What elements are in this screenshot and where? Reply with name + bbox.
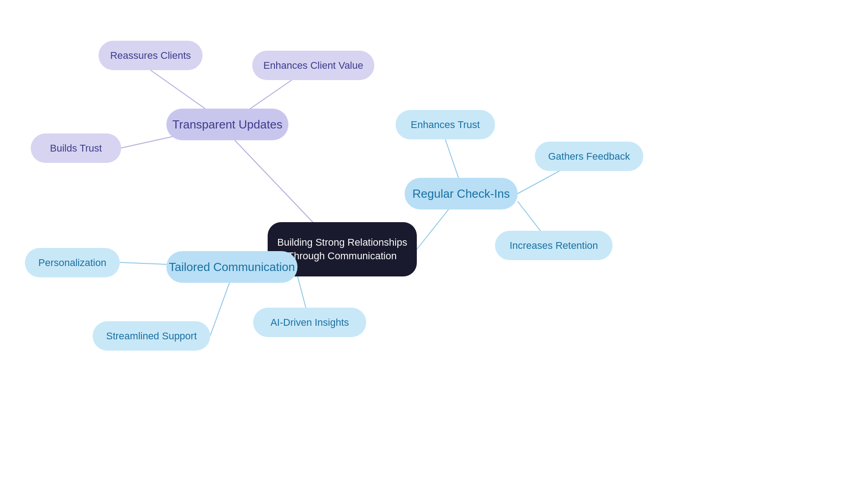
regular-checkins-node: Regular Check-Ins xyxy=(405,178,518,209)
enhances-client-value-node: Enhances Client Value xyxy=(252,51,374,80)
connections-svg xyxy=(0,0,868,490)
enhances-client-value-label: Enhances Client Value xyxy=(264,60,363,71)
transparent-updates-node: Transparent Updates xyxy=(166,109,288,140)
streamlined-support-label: Streamlined Support xyxy=(106,330,197,342)
tailored-communication-node: Tailored Communication xyxy=(166,251,297,283)
regular-checkins-label: Regular Check-Ins xyxy=(412,187,509,201)
central-label: Building Strong Relationships Through Co… xyxy=(277,236,407,262)
ai-driven-insights-node: AI-Driven Insights xyxy=(253,308,366,337)
gathers-feedback-node: Gathers Feedback xyxy=(535,142,643,171)
enhances-trust-label: Enhances Trust xyxy=(411,119,480,131)
tailored-communication-label: Tailored Communication xyxy=(169,260,295,274)
builds-trust-node: Builds Trust xyxy=(31,133,121,163)
transparent-updates-label: Transparent Updates xyxy=(172,118,282,132)
ai-driven-insights-label: AI-Driven Insights xyxy=(270,317,349,328)
gathers-feedback-label: Gathers Feedback xyxy=(548,151,630,162)
personalization-label: Personalization xyxy=(38,257,106,269)
increases-retention-label: Increases Retention xyxy=(509,240,598,252)
reassures-clients-label: Reassures Clients xyxy=(110,50,191,62)
enhances-trust-node: Enhances Trust xyxy=(396,110,495,139)
personalization-node: Personalization xyxy=(25,248,120,277)
reassures-clients-node: Reassures Clients xyxy=(99,41,203,70)
streamlined-support-node: Streamlined Support xyxy=(93,321,210,351)
svg-line-10 xyxy=(210,276,232,336)
builds-trust-label: Builds Trust xyxy=(50,143,102,154)
increases-retention-node: Increases Retention xyxy=(495,231,613,260)
svg-line-0 xyxy=(227,133,321,231)
